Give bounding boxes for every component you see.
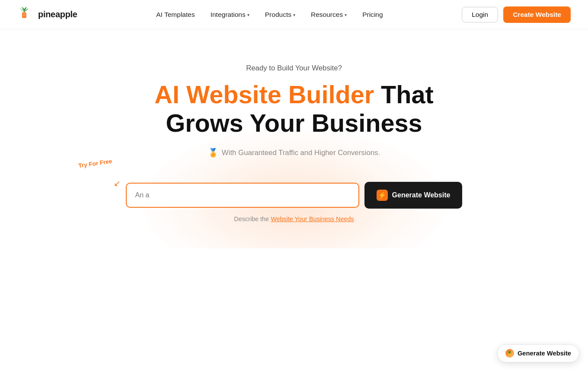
generate-button-label: Generate Website bbox=[392, 191, 451, 199]
badge-icon: 🏅 bbox=[208, 148, 218, 158]
nav-item-ai-templates: AI Templates bbox=[149, 7, 201, 22]
nav-item-pricing: Pricing bbox=[355, 7, 390, 22]
chevron-down-icon: ▾ bbox=[247, 12, 249, 17]
hero-subtitle: Ready to Build Your Website? bbox=[246, 64, 342, 73]
navbar: pineapple AI Templates Integrations ▾ Pr… bbox=[0, 0, 588, 29]
chevron-down-icon: ▾ bbox=[345, 12, 347, 17]
login-button[interactable]: Login bbox=[462, 7, 498, 22]
hero-hint-prefix: Describe the bbox=[234, 216, 271, 222]
nav-link-ai-templates[interactable]: AI Templates bbox=[149, 7, 201, 22]
lightning-icon: ⚡ bbox=[377, 190, 388, 201]
hero-tagline: 🏅 With Guaranteed Traffic and Higher Con… bbox=[208, 148, 380, 158]
try-arrow-icon: ↙ bbox=[114, 178, 121, 188]
nav-link-resources[interactable]: Resources ▾ bbox=[304, 7, 354, 22]
nav-link-products[interactable]: Products ▾ bbox=[258, 7, 302, 22]
hero-hint-link[interactable]: Website Your Business Needs bbox=[271, 216, 354, 222]
chevron-down-icon: ▾ bbox=[293, 12, 295, 17]
hero-hint: Describe the Website Your Business Needs bbox=[234, 216, 354, 222]
logo-link[interactable]: pineapple bbox=[17, 6, 77, 23]
hero-title-orange: AI Website Builder bbox=[154, 81, 374, 108]
svg-rect-0 bbox=[22, 12, 26, 18]
logo-text: pineapple bbox=[38, 10, 77, 19]
input-area: Try For Free ↙ ⚡ Generate Website bbox=[126, 182, 463, 209]
create-website-button[interactable]: Create Website bbox=[503, 6, 571, 23]
nav-actions: Login Create Website bbox=[462, 6, 571, 23]
try-annotation: Try For Free bbox=[78, 158, 112, 169]
nav-link-pricing[interactable]: Pricing bbox=[355, 7, 390, 22]
nav-link-integrations[interactable]: Integrations ▾ bbox=[204, 7, 256, 22]
nav-item-products: Products ▾ bbox=[258, 7, 302, 22]
hero-section: Ready to Build Your Website? AI Website … bbox=[0, 29, 588, 248]
generate-website-button[interactable]: ⚡ Generate Website bbox=[364, 182, 463, 209]
logo-icon bbox=[17, 6, 35, 23]
hero-title: AI Website Builder That Grows Your Busin… bbox=[143, 80, 445, 137]
nav-item-resources: Resources ▾ bbox=[304, 7, 354, 22]
nav-item-integrations: Integrations ▾ bbox=[204, 7, 256, 22]
website-description-input[interactable] bbox=[126, 183, 359, 208]
hero-tagline-text: With Guaranteed Traffic and Higher Conve… bbox=[222, 149, 380, 157]
nav-links: AI Templates Integrations ▾ Products ▾ R… bbox=[149, 7, 390, 22]
